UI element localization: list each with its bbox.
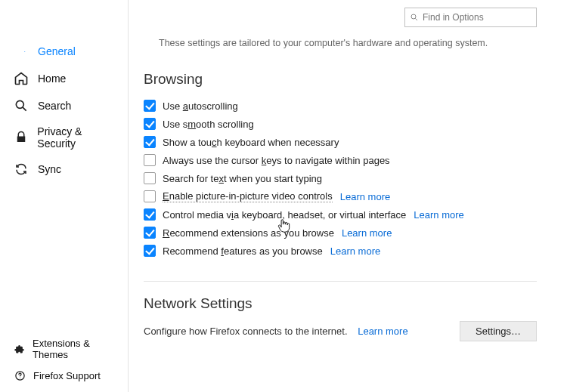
sidebar-item-label: General [38,45,76,57]
home-icon [14,71,29,86]
main-content: These settings are tailored to your comp… [129,0,567,392]
sidebar-item-label: Home [38,73,66,85]
sidebar-nav: General Home Search Privacy & Security S [0,38,128,183]
browsing-option[interactable]: Recommend features as you browseLearn mo… [144,242,537,260]
search-icon [410,13,419,22]
svg-point-4 [411,14,416,19]
browsing-option[interactable]: Recommend extensions as you browseLearn … [144,224,537,242]
network-settings-button[interactable]: Settings… [460,321,537,341]
checkbox-label: Recommend extensions as you browse [163,227,334,239]
browsing-option[interactable]: Control media via keyboard, headset, or … [144,205,537,224]
checkbox[interactable] [144,208,156,221]
svg-point-0 [16,100,23,108]
sidebar-item-home[interactable]: Home [0,65,128,92]
gear-icon [14,44,29,59]
sidebar-item-general[interactable]: General [0,38,128,65]
learn-more-link[interactable]: Learn more [342,227,392,239]
checkbox-label: Use smooth scrolling [163,119,254,130]
search-icon [14,98,29,113]
learn-more-link[interactable]: Learn more [330,245,380,257]
checkbox-label: Search for text when you start typing [163,173,322,184]
browsing-option[interactable]: Enable picture-in-picture video controls… [144,187,537,205]
checkbox[interactable] [144,154,156,166]
learn-more-link[interactable]: Learn more [414,209,463,221]
checkbox-label: Use autoscrolling [163,100,238,112]
network-desc: Configure how Firefox connects to the in… [144,326,408,337]
sidebar-item-privacy[interactable]: Privacy & Security [0,119,128,156]
browsing-options: Use autoscrollingUse smooth scrollingSho… [144,97,537,260]
sidebar-item-label: Sync [38,163,61,175]
intro-text: These settings are tailored to your comp… [144,38,537,48]
checkbox[interactable] [144,245,156,257]
network-desc-text: Configure how Firefox connects to the in… [144,326,348,337]
sidebar-item-label: Search [38,100,71,112]
browsing-option[interactable]: Use autoscrolling [144,97,537,115]
checkbox[interactable] [144,190,156,202]
checkbox-label: Enable picture-in-picture video controls [163,190,333,202]
search-wrap [144,8,537,27]
network-learn-more-link[interactable]: Learn more [358,326,407,337]
checkbox-label: Always use the cursor keys to navigate w… [163,155,390,166]
sidebar-item-label: Extensions & Themes [33,338,120,360]
browsing-option[interactable]: Search for text when you start typing [144,169,537,187]
svg-line-1 [23,107,26,111]
checkbox[interactable] [144,172,156,184]
checkbox[interactable] [144,136,156,148]
network-row: Configure how Firefox connects to the in… [144,321,537,341]
checkbox[interactable] [144,100,156,112]
svg-line-5 [415,18,417,20]
checkbox-label: Show a touch keyboard when necessary [163,137,339,148]
checkbox[interactable] [144,227,156,239]
search-box[interactable] [404,8,537,27]
help-icon [14,369,26,381]
browsing-option[interactable]: Show a touch keyboard when necessary [144,133,537,151]
sidebar-item-extensions[interactable]: Extensions & Themes [0,333,128,365]
sync-icon [14,162,29,177]
sidebar: General Home Search Privacy & Security S [0,0,129,392]
checkbox-label: Recommend features as you browse [163,245,323,257]
search-input[interactable] [423,12,531,23]
sidebar-item-label: Privacy & Security [37,125,120,150]
sidebar-footer: Extensions & Themes Firefox Support [0,333,128,386]
sidebar-item-support[interactable]: Firefox Support [0,365,128,386]
checkbox-label: Control media via keyboard, headset, or … [163,209,406,221]
network-heading: Network Settings [144,281,537,312]
browsing-option[interactable]: Use smooth scrolling [144,115,537,133]
browsing-option[interactable]: Always use the cursor keys to navigate w… [144,151,537,169]
svg-point-3 [20,377,20,378]
lock-icon [14,130,28,145]
sidebar-item-label: Firefox Support [33,370,101,381]
sidebar-item-sync[interactable]: Sync [0,156,128,183]
learn-more-link[interactable]: Learn more [340,191,390,202]
checkbox[interactable] [144,118,156,130]
puzzle-icon [14,343,25,355]
sidebar-item-search[interactable]: Search [0,92,128,119]
browsing-heading: Browsing [144,71,537,88]
